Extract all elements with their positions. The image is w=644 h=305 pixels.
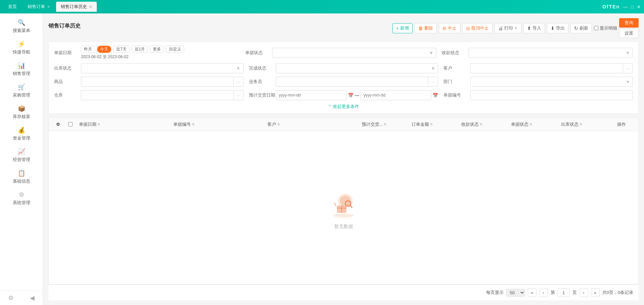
- maximize-icon[interactable]: □: [631, 4, 634, 9]
- first-page-btn[interactable]: «: [528, 288, 536, 297]
- th-no-sort-icon[interactable]: ⇅: [192, 122, 195, 126]
- print-button[interactable]: 🖨 打印 ▼: [495, 23, 521, 33]
- dept-select[interactable]: ▼: [470, 77, 633, 87]
- finance-icon: 💰: [18, 126, 25, 134]
- th-bill-status-sort-icon[interactable]: ⇅: [529, 122, 532, 126]
- salesperson-input: ···: [276, 77, 438, 87]
- pay-status-select[interactable]: ▼: [469, 48, 633, 58]
- tab-sales-order[interactable]: 销售订单 ✕: [23, 2, 55, 12]
- th-action: 操作: [608, 121, 635, 127]
- brand-label: OfTEn: [602, 4, 620, 9]
- sidebar-item-finance[interactable]: 💰 资金管理: [0, 123, 43, 145]
- bill-status-select[interactable]: ▼: [272, 48, 436, 58]
- th-checkbox[interactable]: [64, 122, 76, 126]
- date-btn-yesterday[interactable]: 昨天: [81, 46, 95, 53]
- th-settings[interactable]: ⚙: [52, 122, 64, 127]
- sidebar-item-system[interactable]: ⚙ 系统管理: [0, 188, 43, 209]
- add-button[interactable]: + 新增: [392, 23, 413, 33]
- export-button[interactable]: ⬇ 导出: [547, 23, 568, 33]
- minimize-icon[interactable]: —: [623, 4, 628, 9]
- refresh-button[interactable]: ↻ 刷新: [570, 23, 592, 33]
- delivery-date-end[interactable]: [360, 90, 431, 100]
- close-tab-sales-order[interactable]: ✕: [47, 5, 50, 9]
- prev-page-btn[interactable]: ‹: [539, 288, 548, 297]
- bill-no-input[interactable]: [470, 90, 633, 100]
- top-bar: 首页 销售订单 ✕ 销售订单历史 ✕ OfTEn — □ ✕: [0, 0, 644, 13]
- page-size-select[interactable]: 50 10 20 100: [506, 289, 525, 297]
- th-customer-sort-icon[interactable]: ⇅: [277, 122, 280, 126]
- page-title: 销售订单历史: [48, 23, 81, 30]
- query-button[interactable]: 查询: [619, 18, 639, 28]
- out-status-select[interactable]: ▼: [81, 63, 244, 73]
- import-label: 导入: [532, 25, 541, 31]
- bill-status-arrow-icon: ▼: [429, 50, 433, 55]
- sidebar-item-purchase[interactable]: 🛒 采购管理: [0, 80, 43, 102]
- sidebar-bottom-collapse-icon[interactable]: ◀: [30, 294, 35, 302]
- sidebar-item-quicknav[interactable]: ⚡ 快捷导航: [0, 37, 43, 59]
- customer-dots-btn[interactable]: ···: [623, 63, 633, 73]
- goods-dots-btn[interactable]: ···: [233, 77, 244, 87]
- stop-button[interactable]: ⊘ 中止: [439, 23, 460, 33]
- table-wrap: ⚙ 单据日期 ⇅ 单据编号 ⇅ 客户 ⇅ 预计交货...: [48, 117, 639, 284]
- date-btn-more[interactable]: 更多: [150, 46, 164, 53]
- print-icon: 🖨: [498, 26, 503, 31]
- top-bar-right: OfTEn — □ ✕: [602, 4, 641, 9]
- sidebar-item-inventory[interactable]: 📦 库存核算: [0, 102, 43, 123]
- goods-label: 商品: [54, 79, 81, 85]
- last-page-btn[interactable]: »: [591, 288, 600, 297]
- sidebar-item-operations[interactable]: 📈 经营管理: [0, 145, 43, 166]
- delete-label: 删除: [424, 25, 433, 31]
- th-delivery-sort-icon[interactable]: ⇅: [384, 122, 386, 126]
- th-customer-label: 客户: [267, 121, 276, 127]
- sidebar-item-label: 基础信息: [13, 178, 30, 184]
- collapse-row[interactable]: ⌃ 收起更多条件: [54, 104, 633, 110]
- page-number-input[interactable]: [558, 288, 570, 297]
- date-btn-today[interactable]: 今天: [97, 46, 111, 53]
- settings-button[interactable]: 设置: [619, 29, 639, 38]
- total-text: 共0页，0条记录: [602, 290, 633, 296]
- cancel-stop-button[interactable]: ◎ 取消中止: [462, 23, 492, 33]
- export-label: 导出: [556, 25, 565, 31]
- svg-line-4: [350, 205, 352, 207]
- salesperson-dots-btn[interactable]: ···: [428, 77, 438, 87]
- sidebar-item-basics[interactable]: 📋 基础信息: [0, 166, 43, 188]
- import-button[interactable]: ⬆ 导入: [523, 23, 545, 33]
- stop-icon: ⊘: [442, 26, 446, 31]
- delete-button[interactable]: 🗑 删除: [415, 23, 437, 33]
- warehouse-label: 仓库: [54, 92, 81, 98]
- calendar-end-icon: 📅: [433, 93, 438, 98]
- print-label: 打印: [504, 25, 513, 31]
- close-tab-sales-order-history[interactable]: ✕: [89, 5, 92, 9]
- th-date-sort-icon[interactable]: ⇅: [97, 122, 100, 126]
- export-icon: ⬇: [551, 26, 555, 31]
- th-out-status-sort-icon[interactable]: ⇅: [579, 122, 582, 126]
- next-page-btn[interactable]: ›: [579, 288, 588, 297]
- refresh-label: 刷新: [579, 25, 588, 31]
- show-detail-checkbox[interactable]: 显示明细: [594, 25, 617, 31]
- th-pay-status-sort-icon[interactable]: ⇅: [480, 122, 482, 126]
- show-detail-input[interactable]: [594, 26, 598, 30]
- th-amount-sort-icon[interactable]: ⇅: [430, 122, 433, 126]
- th-date-label: 单据日期: [79, 121, 96, 127]
- date-btn-7days[interactable]: 近7天: [113, 46, 130, 53]
- sidebar-item-sales[interactable]: 📊 销售管理: [0, 59, 43, 80]
- close-app-icon[interactable]: ✕: [637, 4, 641, 9]
- customer-input: ···: [470, 63, 633, 73]
- date-btn-custom[interactable]: 自定义: [166, 46, 184, 53]
- goods-input: ···: [81, 77, 244, 87]
- date-separator: —: [355, 93, 359, 98]
- sidebar-item-search[interactable]: 🔍 搜索菜单: [0, 15, 43, 37]
- tab-sales-order-history[interactable]: 销售订单历史 ✕: [56, 2, 97, 12]
- delivery-date-start[interactable]: [276, 90, 347, 100]
- filter-panel: 单据日期 昨天 今天 近7天 近1月 更多 自定义 2023-06-02 至 2…: [48, 41, 639, 114]
- cancel-stop-label: 取消中止: [471, 25, 489, 31]
- tab-home[interactable]: 首页: [3, 2, 22, 12]
- select-all-checkbox[interactable]: [68, 122, 73, 126]
- warehouse-dots-btn[interactable]: ···: [233, 90, 244, 100]
- date-btn-1month[interactable]: 近1月: [132, 46, 148, 53]
- customer-label: 客户: [443, 65, 470, 71]
- salesperson-label: 业务员: [249, 79, 276, 85]
- sidebar-bottom-settings-icon[interactable]: ⚙: [8, 294, 13, 302]
- complete-status-select[interactable]: ▼: [276, 63, 438, 73]
- date-filter-label: 单据日期: [54, 50, 81, 56]
